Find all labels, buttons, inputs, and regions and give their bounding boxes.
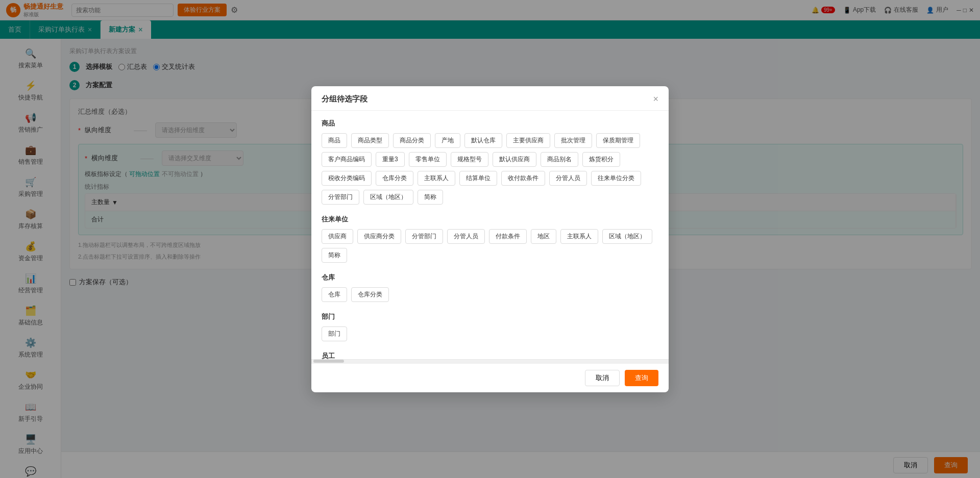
section-employee-title: 员工 (322, 351, 658, 360)
modal: 分组待选字段 × 商品 商品商品类型商品分类产地默认仓库主要供应商批次管理保质期… (311, 86, 669, 392)
field-chip[interactable]: 主联系人 (418, 171, 455, 186)
field-chip[interactable]: 仓库分类 (351, 287, 389, 302)
field-chip[interactable]: 产地 (435, 133, 460, 148)
field-chip[interactable]: 区域（地区） (602, 229, 652, 244)
section-product: 商品 商品商品类型商品分类产地默认仓库主要供应商批次管理保质期管理客户商品编码重… (322, 119, 658, 205)
field-chip[interactable]: 商品类型 (351, 133, 389, 148)
modal-cancel-button[interactable]: 取消 (585, 370, 620, 386)
hscrollbar-thumb[interactable] (313, 360, 344, 363)
section-warehouse-title: 仓库 (322, 273, 658, 282)
field-chip[interactable]: 供应商分类 (357, 229, 401, 244)
modal-overlay[interactable]: 分组待选字段 × 商品 商品商品类型商品分类产地默认仓库主要供应商批次管理保质期… (0, 0, 980, 478)
field-chip[interactable]: 分管部门 (405, 229, 443, 244)
field-chip[interactable]: 分管人员 (447, 229, 485, 244)
field-chip[interactable]: 简称 (418, 190, 443, 205)
section-partner: 往来单位 供应商供应商分类分管部门分管人员付款条件地区主联系人区域（地区）简称 (322, 215, 658, 263)
field-chip[interactable]: 主要供应商 (506, 133, 550, 148)
field-chip[interactable]: 批次管理 (554, 133, 592, 148)
modal-confirm-button[interactable]: 查询 (625, 370, 658, 386)
section-product-chips: 商品商品类型商品分类产地默认仓库主要供应商批次管理保质期管理客户商品编码重量3零… (322, 133, 658, 205)
field-chip[interactable]: 分管部门 (322, 190, 359, 205)
section-partner-title: 往来单位 (322, 215, 658, 224)
field-chip[interactable]: 税收分类编码 (322, 171, 372, 186)
field-chip[interactable]: 主联系人 (560, 229, 598, 244)
modal-header: 分组待选字段 × (311, 86, 669, 111)
field-chip[interactable]: 结算单位 (459, 171, 497, 186)
section-product-title: 商品 (322, 119, 658, 128)
field-chip[interactable]: 仓库分类 (376, 171, 413, 186)
field-chip[interactable]: 收付款条件 (501, 171, 545, 186)
field-chip[interactable]: 炼货积分 (582, 152, 620, 167)
field-chip[interactable]: 商品别名 (541, 152, 578, 167)
section-warehouse-chips: 仓库仓库分类 (322, 287, 658, 302)
section-warehouse: 仓库 仓库仓库分类 (322, 273, 658, 302)
field-chip[interactable]: 商品 (322, 133, 347, 148)
section-dept-chips: 部门 (322, 326, 658, 341)
modal-body: 商品 商品商品类型商品分类产地默认仓库主要供应商批次管理保质期管理客户商品编码重… (311, 111, 669, 360)
field-chip[interactable]: 仓库 (322, 287, 347, 302)
field-chip[interactable]: 保质期管理 (596, 133, 640, 148)
modal-close-button[interactable]: × (653, 94, 658, 104)
field-chip[interactable]: 默认供应商 (493, 152, 536, 167)
field-chip[interactable]: 规格型号 (451, 152, 488, 167)
field-chip[interactable]: 付款条件 (489, 229, 527, 244)
section-dept: 部门 部门 (322, 312, 658, 341)
section-employee: 员工 业务员 (322, 351, 658, 360)
field-chip[interactable]: 零售单位 (409, 152, 447, 167)
field-chip[interactable]: 地区 (531, 229, 556, 244)
field-chip[interactable]: 默认仓库 (464, 133, 502, 148)
modal-footer: 取消 查询 (311, 363, 669, 392)
field-chip[interactable]: 客户商品编码 (322, 152, 372, 167)
field-chip[interactable]: 部门 (322, 326, 347, 341)
modal-title: 分组待选字段 (322, 94, 368, 104)
field-chip[interactable]: 简称 (322, 248, 347, 263)
field-chip[interactable]: 区域（地区） (363, 190, 413, 205)
field-chip[interactable]: 往来单位分类 (591, 171, 641, 186)
field-chip[interactable]: 商品分类 (393, 133, 431, 148)
section-dept-title: 部门 (322, 312, 658, 321)
section-partner-chips: 供应商供应商分类分管部门分管人员付款条件地区主联系人区域（地区）简称 (322, 229, 658, 263)
modal-hscrollbar[interactable] (311, 359, 669, 363)
field-chip[interactable]: 供应商 (322, 229, 353, 244)
field-chip[interactable]: 重量3 (376, 152, 405, 167)
field-chip[interactable]: 分管人员 (549, 171, 587, 186)
